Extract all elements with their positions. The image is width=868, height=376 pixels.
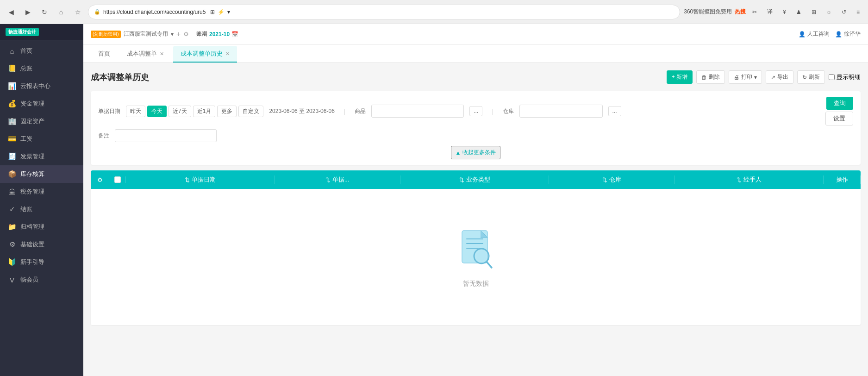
- filter-settings-button[interactable]: 设置: [825, 112, 853, 125]
- currency-btn[interactable]: ¥: [779, 7, 790, 17]
- sidebar-label-home: 首页: [20, 47, 32, 55]
- product-input[interactable]: [371, 105, 464, 118]
- collapse-label: 收起更多条件: [462, 149, 496, 157]
- forward-button[interactable]: ▶: [21, 6, 34, 19]
- header-checkbox[interactable]: [114, 176, 121, 183]
- sidebar-icon-home: ⌂: [7, 47, 17, 55]
- sidebar-icon-ledger: 📒: [7, 64, 17, 73]
- date-range: 2023-06-06 至 2023-06-06: [269, 107, 334, 115]
- product-more-btn[interactable]: ...: [469, 106, 482, 116]
- collapse-button[interactable]: ▲ 收起更多条件: [451, 146, 501, 159]
- show-cols-input[interactable]: [829, 74, 835, 80]
- empty-state: 暂无数据: [91, 189, 861, 325]
- sidebar-item-fixed-assets[interactable]: 🏢 固定资产: [0, 113, 83, 130]
- new-button[interactable]: + 新增: [667, 70, 693, 84]
- address-bar[interactable]: 🔒 https://cloud.chanjet.com/accounting/u…: [88, 5, 680, 19]
- sidebar-item-ledger[interactable]: 📒 总账: [0, 60, 83, 77]
- date-btn-昨天[interactable]: 昨天: [126, 106, 145, 117]
- sidebar-item-closing[interactable]: ✓ 结账: [0, 201, 83, 218]
- settings-gear-btn[interactable]: ⚙: [183, 31, 189, 38]
- sidebar-item-invoice[interactable]: 🧾 发票管理: [0, 148, 83, 165]
- sidebar-item-finance[interactable]: 💰 资金管理: [0, 95, 83, 113]
- sidebar-item-home[interactable]: ⌂ 首页: [0, 42, 83, 60]
- filter-area: 单据日期 昨天今天近7天近1月更多自定义 2023-06-06 至 2023-0…: [91, 91, 861, 165]
- th-type[interactable]: ⇅ 业务类型: [400, 175, 550, 184]
- page-header: 成本调整单历史 + 新增 🗑 删除 🖨 打印 ▾ ↗ 导出: [91, 70, 861, 84]
- export-button[interactable]: ↗ 导出: [766, 70, 793, 84]
- refresh-button[interactable]: ↻ 刷新: [797, 70, 825, 84]
- remarks-input[interactable]: [115, 129, 217, 142]
- sort-icon-left: ⇅: [185, 176, 190, 183]
- print-button[interactable]: 🖨 打印 ▾: [729, 70, 762, 84]
- sidebar-label-ledger: 总账: [20, 64, 32, 73]
- sort-icon-warehouse: ⇅: [602, 176, 607, 183]
- tab-cost-adjust[interactable]: 成本调整单✕: [119, 46, 171, 63]
- date-btn-近7天[interactable]: 近7天: [169, 106, 191, 117]
- date-btn-今天[interactable]: 今天: [147, 106, 167, 117]
- menu-btn[interactable]: ≡: [853, 7, 863, 17]
- user-label: 徐泽华: [844, 30, 861, 38]
- query-button[interactable]: 查询: [826, 97, 853, 110]
- sidebar-item-settings[interactable]: ⚙ 基础设置: [0, 236, 83, 253]
- scissors-btn[interactable]: ✂: [749, 7, 761, 17]
- empty-text: 暂无数据: [463, 280, 489, 288]
- apps-icon: ⊞: [210, 9, 215, 15]
- account-info: (勿删勿禁用) 江西服宝测试专用 ▾ + ⚙: [91, 30, 189, 38]
- sidebar-item-guide[interactable]: 🔰 新手引导: [0, 253, 83, 271]
- th-date[interactable]: ⇅ 单据日期: [126, 175, 275, 184]
- service-btn[interactable]: 👤 人工咨询: [799, 30, 830, 38]
- delete-button[interactable]: 🗑 删除: [696, 70, 725, 84]
- home-button[interactable]: ⌂: [55, 6, 68, 19]
- sidebar-icon-payroll: 💳: [7, 135, 17, 143]
- back-button[interactable]: ◀: [5, 6, 18, 19]
- sidebar-label-settings: 基础设置: [20, 240, 44, 249]
- sidebar-icon-reports: 📊: [7, 82, 17, 90]
- game-btn[interactable]: ♟: [793, 7, 805, 17]
- warehouse-input[interactable]: [519, 105, 603, 118]
- tab-close-cost-adjust-history[interactable]: ✕: [225, 51, 230, 57]
- service-label: 人工咨询: [807, 30, 830, 38]
- date-btn-自定义[interactable]: 自定义: [238, 106, 263, 117]
- sidebar-icon-settings: ⚙: [7, 240, 17, 249]
- svg-point-5: [477, 251, 486, 261]
- sidebar-item-inventory[interactable]: 📦 库存核算: [0, 165, 83, 183]
- th-checkbox[interactable]: [109, 176, 126, 183]
- add-account-btn[interactable]: +: [176, 30, 181, 38]
- sidebar-item-reports[interactable]: 📊 云报表中心: [0, 77, 83, 95]
- tab-cost-adjust-history[interactable]: 成本调整单历史✕: [173, 46, 237, 63]
- sidebar-label-member: 畅会员: [20, 276, 38, 284]
- sidebar-item-tax[interactable]: 🏛 税务管理: [0, 183, 83, 201]
- print-icon: 🖨: [734, 74, 739, 81]
- show-cols-checkbox: 显示明细: [829, 73, 861, 81]
- translate-btn[interactable]: 译: [763, 6, 776, 18]
- undo-btn[interactable]: ↺: [838, 7, 850, 17]
- calendar-icon[interactable]: 📅: [231, 31, 238, 38]
- user-btn[interactable]: 👤 徐泽华: [835, 30, 861, 38]
- sidebar-item-payroll[interactable]: 💳 工资: [0, 130, 83, 148]
- star-button[interactable]: ☆: [71, 6, 84, 19]
- th-ops: 操作: [824, 175, 861, 184]
- separator2: |: [492, 108, 493, 115]
- lightning-icon: ⚡: [218, 9, 225, 15]
- sidebar-icon-archive: 📁: [7, 223, 17, 231]
- sidebar-item-member[interactable]: V 畅会员: [0, 271, 83, 288]
- sidebar-item-archive[interactable]: 📁 归档管理: [0, 218, 83, 236]
- th-warehouse[interactable]: ⇅ 仓库: [549, 175, 674, 184]
- th-handler[interactable]: ⇅ 经手人: [674, 175, 824, 184]
- tab-home[interactable]: 首页: [91, 46, 118, 63]
- date-filter-label: 单据日期: [98, 107, 120, 115]
- sidebar-label-payroll: 工资: [20, 135, 32, 143]
- collapse-icon: ▲: [456, 150, 461, 156]
- sun-btn[interactable]: ☼: [823, 7, 835, 17]
- show-cols-label: 显示明细: [837, 73, 861, 81]
- refresh-button[interactable]: ↻: [38, 6, 51, 19]
- dropdown-icon: ▾: [171, 31, 174, 38]
- grid-btn[interactable]: ⊞: [808, 7, 820, 17]
- date-btn-近1月[interactable]: 近1月: [193, 106, 216, 117]
- date-btn-更多[interactable]: 更多: [217, 106, 237, 117]
- tab-close-cost-adjust[interactable]: ✕: [160, 51, 164, 57]
- th-no[interactable]: ⇅ 单据...: [275, 175, 400, 184]
- th-settings[interactable]: ⚙: [91, 176, 109, 183]
- sidebar-icon-guide: 🔰: [7, 258, 17, 266]
- warehouse-more-btn[interactable]: ...: [608, 106, 621, 116]
